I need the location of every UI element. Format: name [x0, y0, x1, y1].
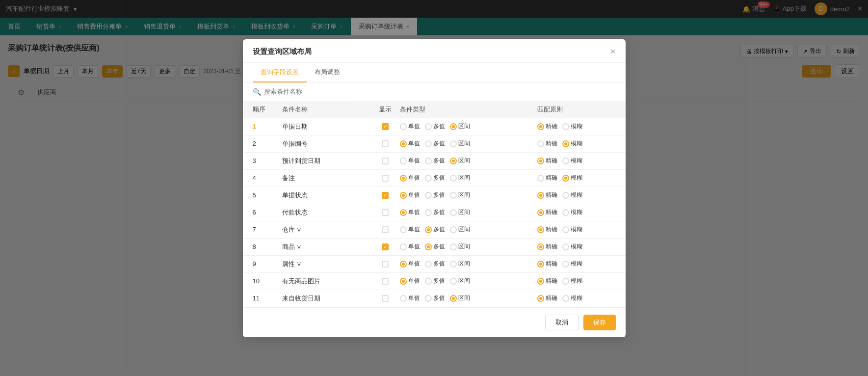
radio-match-match_fuzzy[interactable]: 模糊 — [562, 191, 582, 199]
radio-type-type_multi[interactable]: 多值 — [425, 208, 445, 216]
radio-circle — [537, 243, 544, 250]
cell-display[interactable] — [370, 295, 400, 302]
cell-type: 单值多值区间 — [400, 277, 537, 285]
radio-match-match_exact[interactable]: 精确 — [537, 294, 557, 302]
cell-display[interactable] — [370, 209, 400, 216]
radio-match-match_exact[interactable]: 精确 — [537, 191, 557, 199]
radio-type-type_multi[interactable]: 多值 — [425, 122, 445, 131]
radio-type-type_range[interactable]: 区间 — [450, 277, 470, 285]
radio-type-type_multi[interactable]: 多值 — [425, 260, 445, 268]
search-input[interactable] — [264, 88, 342, 95]
radio-type-type_multi[interactable]: 多值 — [425, 174, 445, 182]
radio-type-type_single[interactable]: 单值 — [400, 242, 420, 251]
radio-match-match_fuzzy[interactable]: 模糊 — [562, 122, 582, 131]
type-radio-group: 单值多值区间 — [400, 122, 470, 131]
display-checkbox[interactable] — [382, 278, 389, 285]
display-checkbox[interactable] — [382, 295, 389, 302]
cell-display[interactable] — [370, 261, 400, 268]
radio-match-match_exact[interactable]: 精确 — [537, 139, 557, 148]
radio-type-type_range[interactable]: 区间 — [450, 294, 470, 302]
save-button[interactable]: 保存 — [583, 315, 616, 330]
radio-type-type_range[interactable]: 区间 — [450, 191, 470, 199]
radio-match-match_exact[interactable]: 精确 — [537, 174, 557, 182]
radio-type-type_single[interactable]: 单值 — [400, 139, 420, 148]
cell-display[interactable]: ✓ — [370, 192, 400, 199]
radio-match-match_fuzzy[interactable]: 模糊 — [562, 174, 582, 182]
radio-type-type_range[interactable]: 区间 — [450, 139, 470, 148]
radio-circle — [425, 278, 432, 285]
order-number: 2 — [253, 140, 256, 147]
radio-match-match_exact[interactable]: 精确 — [537, 242, 557, 251]
cell-display[interactable] — [370, 158, 400, 164]
cell-type: 单值多值区间 — [400, 122, 537, 131]
radio-type-type_single[interactable]: 单值 — [400, 277, 420, 285]
cell-display[interactable] — [370, 226, 400, 233]
cell-display[interactable]: ✓ — [370, 243, 400, 250]
table-row: 8商品 ∨✓单值多值区间精确模糊 — [243, 239, 626, 256]
cell-order: 9 — [253, 260, 282, 268]
radio-match-match_fuzzy[interactable]: 模糊 — [562, 277, 582, 285]
display-checkbox[interactable]: ✓ — [382, 192, 389, 199]
radio-match-match_exact[interactable]: 精确 — [537, 260, 557, 268]
radio-type-type_range[interactable]: 区间 — [450, 157, 470, 165]
cell-match: 精确模糊 — [537, 122, 616, 131]
display-checkbox[interactable]: ✓ — [382, 243, 389, 250]
cancel-button[interactable]: 取消 — [545, 315, 579, 330]
cell-display[interactable]: ✓ — [370, 123, 400, 130]
cell-display[interactable] — [370, 140, 400, 147]
radio-match-match_fuzzy[interactable]: 模糊 — [562, 157, 582, 165]
display-checkbox[interactable] — [382, 175, 389, 182]
radio-type-type_single[interactable]: 单值 — [400, 225, 420, 234]
radio-match-match_exact[interactable]: 精确 — [537, 225, 557, 234]
radio-circle — [425, 140, 432, 147]
display-checkbox[interactable]: ✓ — [382, 123, 389, 130]
radio-type-type_single[interactable]: 单值 — [400, 174, 420, 182]
display-checkbox[interactable] — [382, 209, 389, 216]
radio-match-match_fuzzy[interactable]: 模糊 — [562, 294, 582, 302]
radio-type-type_single[interactable]: 单值 — [400, 191, 420, 199]
radio-type-type_multi[interactable]: 多值 — [425, 294, 445, 302]
cell-match: 精确模糊 — [537, 208, 616, 216]
radio-match-match_exact[interactable]: 精确 — [537, 208, 557, 216]
radio-type-type_range[interactable]: 区间 — [450, 122, 470, 131]
order-number: 8 — [253, 243, 256, 250]
radio-type-type_multi[interactable]: 多值 — [425, 139, 445, 148]
radio-match-match_exact[interactable]: 精确 — [537, 157, 557, 165]
radio-type-type_multi[interactable]: 多值 — [425, 225, 445, 234]
radio-type-type_multi[interactable]: 多值 — [425, 157, 445, 165]
radio-match-match_exact[interactable]: 精确 — [537, 122, 557, 131]
radio-type-type_single[interactable]: 单值 — [400, 260, 420, 268]
dialog-close-button[interactable]: × — [610, 47, 616, 56]
radio-match-match_exact[interactable]: 精确 — [537, 277, 557, 285]
radio-type-type_range[interactable]: 区间 — [450, 225, 470, 234]
radio-type-type_single[interactable]: 单值 — [400, 157, 420, 165]
radio-match-match_fuzzy[interactable]: 模糊 — [562, 139, 582, 148]
radio-match-match_fuzzy[interactable]: 模糊 — [562, 242, 582, 251]
order-number: 9 — [253, 260, 256, 268]
radio-match-match_fuzzy[interactable]: 模糊 — [562, 225, 582, 234]
radio-type-type_range[interactable]: 区间 — [450, 242, 470, 251]
radio-type-type_multi[interactable]: 多值 — [425, 242, 445, 251]
order-number: 10 — [253, 277, 260, 285]
display-checkbox[interactable] — [382, 140, 389, 147]
radio-type-type_single[interactable]: 单值 — [400, 122, 420, 131]
display-checkbox[interactable] — [382, 158, 389, 164]
cell-type: 单值多值区间 — [400, 191, 537, 199]
tab-query-fields[interactable]: 查询字段设置 — [253, 63, 307, 82]
cell-display[interactable] — [370, 278, 400, 285]
display-checkbox[interactable] — [382, 226, 389, 233]
type-radio-group: 单值多值区间 — [400, 157, 470, 165]
radio-circle — [562, 158, 569, 164]
radio-match-match_fuzzy[interactable]: 模糊 — [562, 208, 582, 216]
display-checkbox[interactable] — [382, 261, 389, 268]
radio-match-match_fuzzy[interactable]: 模糊 — [562, 260, 582, 268]
radio-type-type_range[interactable]: 区间 — [450, 260, 470, 268]
radio-type-type_single[interactable]: 单值 — [400, 294, 420, 302]
radio-type-type_range[interactable]: 区间 — [450, 174, 470, 182]
tab-layout-adjust[interactable]: 布局调整 — [307, 63, 348, 82]
cell-display[interactable] — [370, 175, 400, 182]
radio-type-type_range[interactable]: 区间 — [450, 208, 470, 216]
radio-type-type_single[interactable]: 单值 — [400, 208, 420, 216]
radio-type-type_multi[interactable]: 多值 — [425, 191, 445, 199]
radio-type-type_multi[interactable]: 多值 — [425, 277, 445, 285]
